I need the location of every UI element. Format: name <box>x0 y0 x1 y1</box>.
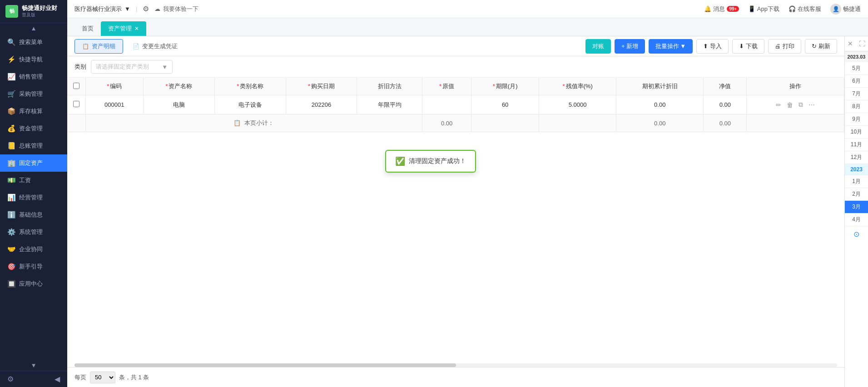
expand-panel-icon[interactable]: ⛶ <box>859 40 865 47</box>
sidebar-scroll-down[interactable]: ▼ <box>0 360 67 371</box>
panel-month-10[interactable]: 10月 <box>845 126 868 139</box>
sidebar-item-payroll[interactable]: 💵 工资 <box>0 172 67 189</box>
sidebar-item-enterprise[interactable]: 🤝 企业协同 <box>0 241 67 258</box>
per-page-select[interactable]: 50 100 <box>90 372 115 383</box>
category-filter-select[interactable]: 请选择固定资产类别 ▼ <box>91 60 173 74</box>
settings-icon[interactable]: ⚙ <box>7 375 14 383</box>
success-check-icon: ✅ <box>395 156 405 166</box>
app-center-icon: 🔲 <box>7 280 15 288</box>
new-button[interactable]: + 新增 <box>615 39 645 54</box>
scrollbar-thumb[interactable] <box>74 363 456 367</box>
sidebar-item-label: 经营管理 <box>19 194 43 202</box>
row-name: 电脑 <box>144 95 215 114</box>
sidebar-item-ledger[interactable]: 📒 总账管理 <box>0 137 67 154</box>
print-button[interactable]: 🖨 打印 <box>768 39 801 54</box>
panel-month-4[interactable]: 4月 <box>845 213 868 226</box>
sidebar-item-quick-nav[interactable]: ⚡ 快捷导航 <box>0 51 67 68</box>
sidebar-scroll-up[interactable]: ▲ <box>0 23 67 34</box>
sidebar-item-funds[interactable]: 💰 资金管理 <box>0 120 67 137</box>
more-btn[interactable]: ⋯ <box>808 100 816 109</box>
panel-month-9[interactable]: 9月 <box>845 113 868 126</box>
funds-icon: 💰 <box>7 124 15 133</box>
panel-month-3-current[interactable]: 3月 <box>845 201 868 213</box>
edit-btn[interactable]: ✏ <box>775 100 782 109</box>
sub-tab-change-voucher[interactable]: 📄 变更生成凭证 <box>125 39 185 54</box>
refresh-icon: ↻ <box>812 43 817 50</box>
tab-home-label: 首页 <box>82 25 94 33</box>
content-area: 📋 资产明细 📄 变更生成凭证 对账 + 新增 批量操作 <box>67 36 868 387</box>
panel-month-6[interactable]: 6月 <box>845 75 868 88</box>
sidebar: 畅 畅捷通好业财 普及版 ▲ 🔍 搜索菜单 ⚡ 快捷导航 📈 销售管理 🛒 采购… <box>0 0 67 387</box>
sidebar-item-search[interactable]: 🔍 搜索菜单 <box>0 34 67 51</box>
import-icon: ⬆ <box>703 43 708 50</box>
sidebar-item-inventory[interactable]: 📦 库存核算 <box>0 103 67 120</box>
sidebar-item-label: 固定资产 <box>19 159 43 167</box>
category-placeholder: 请选择固定资产类别 <box>96 63 149 71</box>
download-icon: ⬇ <box>739 43 744 50</box>
collapse-icon[interactable]: ◀ <box>55 375 60 383</box>
delete-btn[interactable]: 🗑 <box>786 100 794 109</box>
panel-month-8[interactable]: 8月 <box>845 100 868 113</box>
app-download-label: App下载 <box>757 5 779 13</box>
import-button[interactable]: ⬆ 导入 <box>696 39 729 54</box>
basic-info-icon: ℹ️ <box>7 211 15 219</box>
refresh-button[interactable]: ↻ 刷新 <box>805 39 837 54</box>
experience-text: 我要体验一下 <box>163 5 198 13</box>
user-menu[interactable]: 👤 畅捷通 <box>830 4 861 15</box>
download-button[interactable]: ⬇ 下载 <box>732 39 764 54</box>
sidebar-item-label: 工资 <box>19 176 31 184</box>
topbar-settings-icon[interactable]: ⚙ <box>143 5 149 13</box>
reconcile-button[interactable]: 对账 <box>585 39 611 54</box>
col-checkbox <box>67 78 85 95</box>
tab-asset-management-label: 资产管理 <box>108 25 132 33</box>
close-panel-icon[interactable]: ✕ <box>848 40 853 47</box>
avatar: 👤 <box>830 4 841 15</box>
select-all-checkbox[interactable] <box>73 83 79 89</box>
main-area: 医疗器械行业演示 ▼ | ⚙ ☁ 我要体验一下 🔔 消息 99+ 📱 App下载… <box>67 0 868 387</box>
sub-tab-asset-detail[interactable]: 📋 资产明细 <box>74 39 123 54</box>
company-selector[interactable]: 医疗器械行业演示 ▼ <box>74 5 130 13</box>
subtotal-checkbox-cell <box>67 114 85 132</box>
panel-month-7[interactable]: 7月 <box>845 88 868 100</box>
row-code: 000001 <box>85 95 144 114</box>
online-service-btn[interactable]: 🎧 在线客服 <box>789 5 821 13</box>
sub-tabs: 📋 资产明细 📄 变更生成凭证 对账 + 新增 批量操作 <box>67 36 844 56</box>
sidebar-item-system[interactable]: ⚙️ 系统管理 <box>0 223 67 241</box>
app-download-btn[interactable]: 📱 App下载 <box>748 5 779 13</box>
app-logo-icon: 畅 <box>5 5 18 18</box>
horizontal-scrollbar[interactable] <box>74 363 837 367</box>
print-label: 打印 <box>783 42 794 50</box>
panel-month-2[interactable]: 2月 <box>845 188 868 201</box>
payroll-icon: 💵 <box>7 176 15 184</box>
experience-btn[interactable]: ☁ 我要体验一下 <box>154 5 198 13</box>
sidebar-item-app-center[interactable]: 🔲 应用中心 <box>0 275 67 293</box>
batch-button[interactable]: 批量操作 ▼ <box>649 39 693 54</box>
row-checkbox[interactable] <box>73 101 79 107</box>
sidebar-item-purchase[interactable]: 🛒 采购管理 <box>0 85 67 103</box>
tab-asset-management[interactable]: 资产管理 ✕ <box>101 21 146 36</box>
filter-dropdown-icon: ▼ <box>162 64 168 70</box>
panel-month-12[interactable]: 12月 <box>845 151 868 164</box>
panel-year-2023: 2023 <box>845 164 868 175</box>
change-voucher-icon: 📄 <box>133 43 139 50</box>
system-icon: ⚙️ <box>7 228 15 236</box>
subtotal-initial-accumulated-depreciation: 0.00 <box>616 114 704 132</box>
enterprise-icon: 🤝 <box>7 245 15 253</box>
copy-btn[interactable]: ⧉ <box>798 100 804 109</box>
sidebar-item-guide[interactable]: 🎯 新手引导 <box>0 258 67 275</box>
sidebar-item-sales[interactable]: 📈 销售管理 <box>0 68 67 85</box>
panel-month-1[interactable]: 1月 <box>845 175 868 188</box>
notifications-btn[interactable]: 🔔 消息 99+ <box>704 5 739 13</box>
sidebar-item-fixed-assets[interactable]: 🏢 固定资产 <box>0 154 67 172</box>
sales-icon: 📈 <box>7 73 15 81</box>
row-actions: ✏ 🗑 ⧉ ⋯ <box>752 100 838 109</box>
tabs-bar: 首页 资产管理 ✕ <box>67 18 868 36</box>
tab-home[interactable]: 首页 <box>74 21 101 36</box>
sidebar-item-basic-info[interactable]: ℹ️ 基础信息 <box>0 206 67 223</box>
col-period: *期限(月) <box>471 78 539 95</box>
sidebar-item-operations[interactable]: 📊 经营管理 <box>0 189 67 206</box>
tab-close-icon[interactable]: ✕ <box>134 25 139 32</box>
panel-month-11[interactable]: 11月 <box>845 139 868 151</box>
col-residual-rate: *残值率(%) <box>539 78 616 95</box>
panel-month-5[interactable]: 5月 <box>845 62 868 75</box>
